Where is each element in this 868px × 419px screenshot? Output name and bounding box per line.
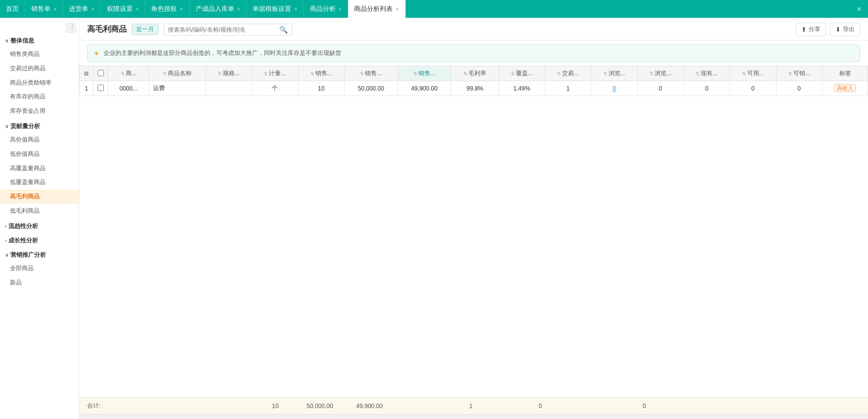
table-header-row: ⚙ ⇅ 商... ⇅ [80, 66, 868, 81]
row-browse1[interactable]: 0 [591, 81, 637, 96]
row-sales1: 10 [298, 81, 344, 96]
close-analysis-tab[interactable]: × [339, 6, 342, 12]
sort-available-icon: ⇅ [742, 71, 746, 76]
marketing-arrow-icon: ∨ [5, 252, 8, 258]
settings-icon[interactable]: ⚙ [84, 70, 89, 77]
col-sellable[interactable]: ⇅ 可销... [776, 66, 822, 81]
sidebar-group-contribution[interactable]: ∨ 贡献量分析 [0, 118, 79, 133]
overall-arrow-icon: ∨ [5, 38, 8, 44]
sidebar-item-all-goods[interactable]: 全部商品 [0, 261, 79, 276]
row-tag: 高收入 [822, 81, 868, 96]
nav-tab-inbound[interactable]: 产成品入库单 × [190, 0, 247, 18]
search-input[interactable] [168, 26, 277, 33]
trend-arrow-icon: › [5, 224, 6, 229]
col-browse1[interactable]: ⇅ 浏览... [591, 66, 637, 81]
horizontal-scrollbar[interactable] [79, 414, 868, 419]
total-sellable: 0 [627, 403, 662, 410]
sidebar-group-overall[interactable]: ∨ 整体信息 [0, 33, 79, 47]
nav-tab-home[interactable]: 首页 [0, 0, 25, 18]
nav-tab-template[interactable]: 单据模板设置 × [247, 0, 304, 18]
browse1-link[interactable]: 0 [613, 85, 616, 92]
nav-tab-purchase[interactable]: 进货单 × [63, 0, 101, 18]
sidebar-item-high-coverage[interactable]: 高覆盖量商品 [0, 161, 79, 176]
sidebar-item-high-value[interactable]: 高价值商品 [0, 133, 79, 147]
sort-current-stock-icon: ⇅ [696, 71, 700, 76]
total-spacer2 [226, 403, 255, 410]
sort-browse2-icon: ⇅ [650, 71, 654, 76]
close-inbound-tab[interactable]: × [237, 6, 240, 12]
sidebar-item-new-goods[interactable]: 新品 [0, 276, 79, 290]
total-spacer1 [137, 403, 226, 410]
sidebar-item-sales-goods[interactable]: 销售类商品 [0, 47, 79, 61]
nav-tab-analysis-list[interactable]: 商品分析列表 × [348, 0, 405, 18]
row-checkbox[interactable] [94, 81, 108, 96]
nav-tab-permission[interactable]: 权限设置 × [101, 0, 145, 18]
sidebar-item-traded-goods[interactable]: 交易过的商品 [0, 61, 79, 76]
table-wrapper[interactable]: ⚙ ⇅ 商... ⇅ [79, 66, 868, 397]
sidebar-collapse-button[interactable]: 《 [66, 23, 76, 33]
total-spacer6 [592, 403, 627, 410]
close-sales-tab[interactable]: × [53, 6, 56, 12]
col-current-stock[interactable]: ⇅ 现有... [684, 66, 730, 81]
select-all-checkbox[interactable] [98, 70, 104, 76]
sort-spec-icon: ⇅ [218, 71, 222, 76]
top-navigation: 首页 销售单 × 进货单 × 权限设置 × 角色授权 × 产成品入库单 × 单据… [0, 0, 868, 18]
row-sales3: 49,900.00 [398, 81, 451, 96]
col-gross-margin[interactable]: ⇅ 毛利率 [451, 66, 499, 81]
row-name: 运费 [149, 81, 206, 96]
col-coverage[interactable]: ⇅ 覆盖... [499, 66, 545, 81]
close-analysis-list-tab[interactable]: × [396, 6, 399, 12]
info-icon: ✦ [94, 49, 100, 57]
col-sales2[interactable]: ⇅ 销售... [344, 66, 398, 81]
col-sales1[interactable]: ⇅ 销售... [298, 66, 344, 81]
col-spec[interactable]: ⇅ 规格... [205, 66, 252, 81]
sidebar-item-low-coverage[interactable]: 低覆盖量商品 [0, 175, 79, 189]
sidebar-item-in-stock-goods[interactable]: 有库存的商品 [0, 90, 79, 104]
header-actions: ⬆ 分享 ⬇ 导出 [796, 23, 860, 36]
col-transactions[interactable]: ⇅ 交易... [545, 66, 591, 81]
close-purchase-tab[interactable]: × [91, 6, 94, 12]
sidebar-item-high-margin[interactable]: 高毛利商品 [0, 189, 79, 204]
table-row: 1 0000... 运费 个 10 50,000.00 49,900.00 99… [80, 81, 868, 96]
sidebar-group-trend[interactable]: › 流趋性分析 [0, 218, 79, 233]
export-button[interactable]: ⬇ 导出 [830, 23, 860, 36]
sidebar-group-growth[interactable]: › 成长性分析 [0, 233, 79, 247]
col-name[interactable]: ⇅ 商品名称 [149, 66, 206, 81]
sidebar-item-low-margin[interactable]: 低毛利商品 [0, 204, 79, 218]
col-unit[interactable]: ⇅ 计量... [252, 66, 298, 81]
total-sales1: 10 [255, 403, 295, 410]
sort-unit-icon: ⇅ [264, 71, 268, 76]
sidebar-item-category-sales-rate[interactable]: 商品分类助销率 [0, 76, 79, 90]
col-settings[interactable]: ⚙ [80, 66, 94, 81]
close-role-tab[interactable]: × [180, 6, 183, 12]
window-close-button[interactable]: × [850, 5, 868, 13]
row-transactions: 1 [545, 81, 591, 96]
total-sales2: 50,000.00 [295, 403, 345, 410]
sidebar-item-stock-capital[interactable]: 库存资金占用 [0, 104, 79, 118]
total-spacer3 [394, 403, 424, 410]
share-button[interactable]: ⬆ 分享 [796, 23, 826, 36]
row-browse2: 0 [637, 81, 683, 96]
nav-tab-analysis[interactable]: 商品分析 × [304, 0, 348, 18]
col-sales3[interactable]: ⇅ 销售... [398, 66, 451, 81]
col-code[interactable]: ⇅ 商... [108, 66, 149, 81]
nav-tab-role[interactable]: 角色授权 × [145, 0, 189, 18]
sidebar-item-low-value[interactable]: 低价值商品 [0, 147, 79, 161]
nav-tab-sales[interactable]: 销售单 × [25, 0, 63, 18]
col-browse2[interactable]: ⇅ 浏览... [637, 66, 683, 81]
col-checkbox[interactable] [94, 66, 108, 81]
search-icon[interactable]: 🔍 [279, 26, 288, 34]
close-template-tab[interactable]: × [294, 6, 297, 12]
row-sellable: 0 [776, 81, 822, 96]
sort-browse1-icon: ⇅ [604, 71, 608, 76]
total-browse1 [488, 403, 523, 410]
growth-arrow-icon: › [5, 238, 6, 243]
row-gross-margin: 99.8% [451, 81, 499, 96]
period-button[interactable]: 近一月 [132, 24, 158, 35]
row-select-checkbox[interactable] [98, 85, 104, 91]
row-spec [205, 81, 252, 96]
row-sales2: 50,000.00 [344, 81, 398, 96]
close-permission-tab[interactable]: × [136, 6, 139, 12]
sidebar-group-marketing[interactable]: ∨ 营销推广分析 [0, 247, 79, 261]
col-available[interactable]: ⇅ 可用... [730, 66, 776, 81]
